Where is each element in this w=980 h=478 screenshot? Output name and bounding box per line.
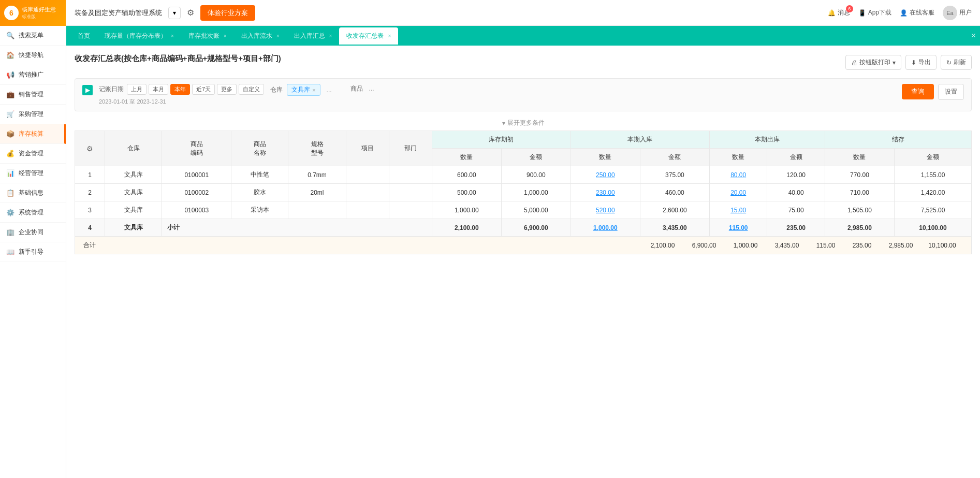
sidebar-item-guide[interactable]: 📖 新手引导 — [0, 242, 66, 262]
sidebar-item-operations[interactable]: 📊 经营管理 — [0, 164, 66, 183]
sidebar-item-finance[interactable]: 💰 资金管理 — [0, 144, 66, 164]
th-opening-qty: 数量 — [432, 149, 501, 166]
filter-warehouse-tag-close[interactable]: × — [312, 87, 315, 93]
export-button[interactable]: ⬇ 导出 — [905, 55, 937, 70]
row-open-qty: 1,000.00 — [432, 201, 501, 219]
subtotal-warehouse: 文具库 — [105, 219, 162, 237]
filter-btn-this-month[interactable]: 本月 — [149, 84, 168, 95]
tab-flow-close[interactable]: × — [276, 33, 280, 39]
sidebar-item-system[interactable]: ⚙️ 系统管理 — [0, 203, 66, 223]
system-dropdown[interactable]: ▾ — [168, 7, 181, 19]
sidebar-item-basicinfo[interactable]: 📋 基础信息 — [0, 183, 66, 203]
sidebar-item-sales[interactable]: 💼 销售管理 — [0, 85, 66, 105]
tab-batch-label: 库存批次账 — [188, 32, 220, 40]
sidebar-item-inventory-label: 库存核算 — [19, 129, 43, 138]
sidebar-item-basicinfo-label: 基础信息 — [19, 189, 43, 197]
th-project: 项目 — [346, 131, 389, 166]
tabbar: 首页 现存量（库存分布表） × 库存批次账 × 出入库流水 × 出入库汇总 × … — [66, 26, 980, 46]
filter-warehouse-tag[interactable]: 文具库 × — [287, 84, 320, 96]
row-dept — [389, 184, 432, 201]
footer-out-qty: 115.00 — [808, 242, 844, 249]
row-out-qty[interactable]: 20.00 — [709, 184, 767, 201]
tab-summary-close[interactable]: × — [329, 33, 332, 39]
filter-warehouse-label: 仓库 — [270, 85, 283, 94]
search-icon: 🔍 — [6, 32, 14, 40]
sidebar-item-search[interactable]: 🔍 搜索菜单 — [0, 26, 66, 46]
row-spec — [288, 201, 346, 219]
subtotal-close-amt: 10,100.00 — [894, 219, 971, 237]
settings-button[interactable]: 设置 — [938, 84, 964, 100]
tab-receive-send-close[interactable]: × — [388, 33, 391, 39]
close-all-tabs[interactable]: × — [971, 31, 976, 40]
tab-inventory-dist-close[interactable]: × — [171, 33, 174, 39]
filter-btn-this-year[interactable]: 本年 — [170, 84, 190, 95]
row-open-qty: 500.00 — [432, 184, 501, 201]
tab-flow[interactable]: 出入库流水 × — [234, 27, 287, 45]
row-in-qty[interactable]: 520.00 — [571, 201, 640, 219]
sidebar-item-quicknav[interactable]: 🏠 快捷导航 — [0, 46, 66, 65]
filter-warehouse-more[interactable]: ... — [325, 85, 334, 95]
tab-home[interactable]: 首页 — [70, 27, 97, 45]
subtotal-row: 4 文具库 小计 2,100.00 6,900.00 1,000.00 3,43… — [75, 219, 972, 237]
row-out-amt: 120.00 — [767, 166, 825, 184]
experience-button[interactable]: 体验行业方案 — [200, 5, 255, 21]
subtotal-out-qty[interactable]: 115.00 — [709, 219, 767, 237]
main-content: 装备及固定资产辅助管理系统 ▾ ⚙ 体验行业方案 🔔 6 消息 📱 App下载 … — [66, 0, 980, 478]
filter-arrow[interactable]: ▶ — [82, 85, 93, 95]
filter-btn-custom[interactable]: 自定义 — [239, 84, 264, 95]
filter-btn-last-month[interactable]: 上月 — [127, 84, 147, 95]
app-download-item[interactable]: 📱 App下载 — [858, 8, 891, 17]
bell-icon: 🔔 — [828, 9, 836, 17]
footer-close-qty: 2,985.00 — [880, 242, 922, 249]
tab-batch[interactable]: 库存批次账 × — [181, 27, 234, 45]
filter-btn-7days[interactable]: 近7天 — [192, 84, 215, 95]
table-row: 1 文具库 0100001 中性笔 0.7mm 600.00 900.00 25… — [75, 166, 972, 184]
print-label: 按钮版打印 — [859, 58, 890, 67]
tab-home-label: 首页 — [78, 32, 90, 40]
filter-btn-more[interactable]: 更多 — [217, 84, 237, 95]
notification-item[interactable]: 🔔 6 消息 — [828, 8, 850, 17]
sidebar-item-system-label: 系统管理 — [19, 208, 43, 217]
filter-warehouse-section: 仓库 文具库 × ... — [270, 84, 333, 96]
row-close-qty: 710.00 — [825, 184, 894, 201]
user-item[interactable]: Ea 用户 — [943, 6, 972, 20]
row-close-qty: 1,505.00 — [825, 201, 894, 219]
table-row: 2 文具库 0100002 胶水 20ml 500.00 1,000.00 23… — [75, 184, 972, 201]
tab-receive-send[interactable]: 收发存汇总表 × — [339, 27, 398, 45]
row-spec: 20ml — [288, 184, 346, 201]
row-in-qty[interactable]: 230.00 — [571, 184, 640, 201]
row-close-amt: 1,420.00 — [894, 184, 971, 201]
row-out-amt: 40.00 — [767, 184, 825, 201]
tab-summary[interactable]: 出入库汇总 × — [287, 27, 340, 45]
print-button[interactable]: 🖨 按钮版打印 ▾ — [845, 55, 901, 70]
row-warehouse: 文具库 — [105, 166, 162, 184]
sidebar-item-quicknav-label: 快捷导航 — [19, 51, 43, 60]
refresh-button[interactable]: ↻ 刷新 — [941, 55, 972, 70]
query-button[interactable]: 查询 — [902, 84, 934, 99]
table-settings-icon[interactable]: ⚙ — [86, 144, 93, 153]
tab-batch-close[interactable]: × — [224, 33, 227, 39]
row-out-qty[interactable]: 15.00 — [709, 201, 767, 219]
sidebar-logo: 6 畅库通好生意 标准版 — [0, 0, 66, 26]
subtotal-in-qty[interactable]: 1,000.00 — [571, 219, 640, 237]
th-settings[interactable]: ⚙ — [75, 131, 105, 166]
filter-goods-more[interactable]: ... — [367, 84, 376, 93]
footer-label: 合计 — [83, 241, 96, 250]
sidebar-item-enterprise[interactable]: 🏢 企业协同 — [0, 223, 66, 242]
row-in-qty[interactable]: 250.00 — [571, 166, 640, 184]
sidebar-item-marketing[interactable]: 📢 营销推广 — [0, 65, 66, 85]
data-table: ⚙ 仓库 商品编码 商品名称 规格型号 项目 部门 库存期初 本期入库 本期出库… — [75, 131, 972, 237]
tab-inventory-dist[interactable]: 现存量（库存分布表） × — [97, 27, 181, 45]
expand-conditions-button[interactable]: ▾ 展开更多条件 — [502, 119, 545, 127]
refresh-icon: ↻ — [946, 59, 952, 66]
expand-label: 展开更多条件 — [507, 119, 545, 127]
page-title: 收发存汇总表(按仓库+商品编码+商品+规格型号+项目+部门) — [75, 54, 281, 64]
row-open-amt: 900.00 — [501, 166, 571, 184]
print-dropdown-icon: ▾ — [893, 59, 896, 66]
gear-icon[interactable]: ⚙ — [187, 8, 194, 18]
row-out-qty[interactable]: 80.00 — [709, 166, 767, 184]
sidebar-item-inventory[interactable]: 📦 库存核算 — [0, 124, 66, 144]
sidebar-item-purchase[interactable]: 🛒 采购管理 — [0, 105, 66, 124]
online-service-item[interactable]: 👤 在线客服 — [900, 8, 934, 17]
th-department: 部门 — [389, 131, 432, 166]
